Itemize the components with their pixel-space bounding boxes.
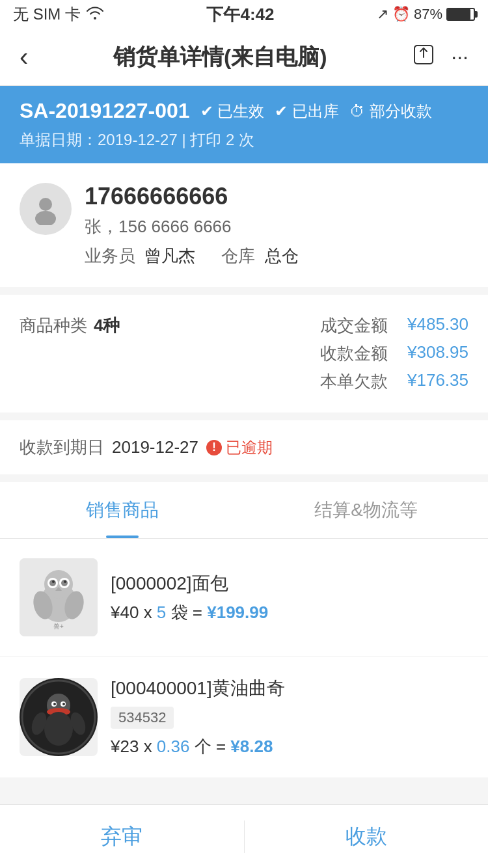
status-right: ↗ ⏰ 87% xyxy=(377,6,475,23)
battery-percent: 87% xyxy=(414,6,442,23)
order-number: SA-20191227-001 xyxy=(20,99,190,123)
more-button[interactable]: ··· xyxy=(451,45,468,69)
deal-amount: 成交金额 ¥485.30 xyxy=(320,314,468,337)
avatar-icon xyxy=(29,193,62,225)
bottom-bar: 弃审 收款 xyxy=(0,804,488,868)
banner-top: SA-20191227-001 ✔ 已生效 ✔ 已出库 ⏱ 部分收款 xyxy=(20,99,468,123)
received-amount: 收款金额 ¥308.95 xyxy=(320,342,468,365)
share-button[interactable] xyxy=(412,43,435,72)
product-price-1: ¥40 x 5 袋 = ¥199.99 xyxy=(111,601,468,624)
status-time: 下午4:42 xyxy=(206,3,274,26)
svg-point-1 xyxy=(39,198,52,211)
status-left: 无 SIM 卡 xyxy=(13,4,104,25)
owed-amount: 本单欠款 ¥176.35 xyxy=(320,370,468,393)
product-info-2: [000400001]黄油曲奇 534532 ¥23 x 0.36 个 = ¥8… xyxy=(111,676,468,758)
svg-text:兽+: 兽+ xyxy=(53,623,64,630)
sim-status: 无 SIM 卡 xyxy=(13,4,81,25)
nav-right-actions: ··· xyxy=(412,43,468,72)
product-name-1: [0000002]面包 xyxy=(111,571,468,596)
tag-effective: ✔ 已生效 xyxy=(200,101,265,122)
customer-contact: 张，156 6666 6666 xyxy=(85,215,468,238)
svg-point-10 xyxy=(52,580,55,583)
status-bar: 无 SIM 卡 下午4:42 ↗ ⏰ 87% xyxy=(0,0,488,29)
amount-info: 成交金额 ¥485.30 收款金额 ¥308.95 本单欠款 ¥176.35 xyxy=(320,314,468,393)
summary-row: 商品种类 4种 成交金额 ¥485.30 收款金额 ¥308.95 本单欠款 ¥… xyxy=(20,314,468,393)
battery-icon xyxy=(446,8,475,21)
product-list: 兽+ [0000002]面包 ¥40 x 5 袋 = ¥199.99 xyxy=(0,539,488,778)
nav-bar: ‹ 销货单详情(来自电脑) ··· xyxy=(0,29,488,86)
order-banner: SA-20191227-001 ✔ 已生效 ✔ 已出库 ⏱ 部分收款 单据日期：… xyxy=(0,86,488,163)
svg-point-2 xyxy=(35,211,56,225)
location-icon: ↗ xyxy=(377,6,388,23)
salesperson-value: 曾凡杰 xyxy=(144,246,195,265)
overdue-icon: ! xyxy=(206,440,222,455)
back-button[interactable]: ‹ xyxy=(20,42,28,72)
overdue-badge: ! 已逾期 xyxy=(206,437,273,458)
product-thumbnail-1: 兽+ xyxy=(20,558,98,636)
svg-point-24 xyxy=(53,703,56,705)
customer-section: 17666666666 张，156 6666 6666 业务员 曾凡杰 仓库 总… xyxy=(0,163,488,287)
product-name-2: [000400001]黄油曲奇 xyxy=(111,676,468,701)
cookie-product-image xyxy=(20,678,98,756)
customer-meta: 业务员 曾凡杰 仓库 总仓 xyxy=(85,245,468,267)
svg-point-19 xyxy=(44,712,73,746)
warehouse-value: 总仓 xyxy=(265,246,299,265)
svg-point-11 xyxy=(64,580,66,583)
tag-partial-payment: ⏱ 部分收款 xyxy=(349,101,432,122)
tabs-header: 销售商品 结算&物流等 xyxy=(0,482,488,539)
wifi-icon xyxy=(86,5,104,23)
tab-products[interactable]: 销售商品 xyxy=(0,482,244,538)
order-date: 单据日期：2019-12-27 | 打印 2 次 xyxy=(20,129,468,150)
tab-settlement[interactable]: 结算&物流等 xyxy=(244,482,488,538)
bread-product-image: 兽+ xyxy=(20,558,98,636)
customer-id: 17666666666 xyxy=(85,183,468,210)
customer-info: 17666666666 张，156 6666 6666 业务员 曾凡杰 仓库 总… xyxy=(85,183,468,267)
product-sku-2: 534532 xyxy=(111,707,174,729)
product-thumbnail-2 xyxy=(20,678,98,756)
warehouse-label: 仓库 总仓 xyxy=(221,245,298,267)
product-price-2: ¥23 x 0.36 个 = ¥8.28 xyxy=(111,735,468,758)
collect-payment-button[interactable]: 收款 xyxy=(245,809,489,864)
salesperson-label: 业务员 曾凡杰 xyxy=(85,245,195,267)
svg-point-25 xyxy=(62,703,65,705)
alarm-icon: ⏰ xyxy=(392,6,410,23)
customer-avatar xyxy=(20,183,72,235)
product-type-info: 商品种类 4种 xyxy=(20,314,120,337)
due-date-section: 收款到期日 2019-12-27 ! 已逾期 xyxy=(0,420,488,474)
list-item: 兽+ [0000002]面包 ¥40 x 5 袋 = ¥199.99 xyxy=(0,539,488,657)
tabs-section: 销售商品 结算&物流等 xyxy=(0,482,488,539)
overdue-text: 已逾期 xyxy=(226,437,273,458)
product-info-1: [0000002]面包 ¥40 x 5 袋 = ¥199.99 xyxy=(111,571,468,624)
tag-shipped: ✔ 已出库 xyxy=(275,101,339,122)
summary-section: 商品种类 4种 成交金额 ¥485.30 收款金额 ¥308.95 本单欠款 ¥… xyxy=(0,295,488,413)
page-title: 销货单详情(来自电脑) xyxy=(113,42,327,72)
cancel-review-button[interactable]: 弃审 xyxy=(0,809,244,864)
list-item: [000400001]黄油曲奇 534532 ¥23 x 0.36 个 = ¥8… xyxy=(0,657,488,778)
